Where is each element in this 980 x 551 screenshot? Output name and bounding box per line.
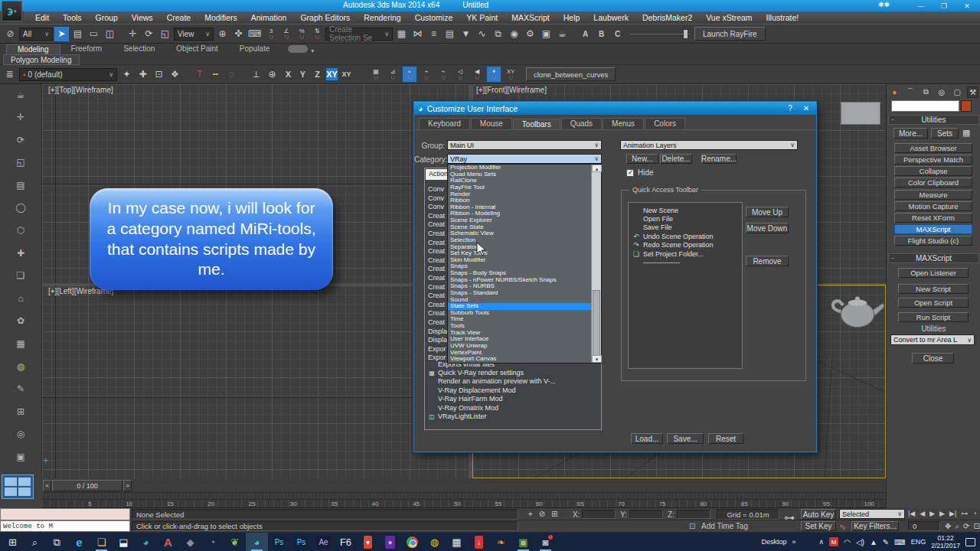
launch-rayfire-button[interactable]: Launch RayFire [694,27,766,41]
polygon-modeling-panel[interactable]: Polygon Modeling [3,54,80,65]
mini-curve-icon[interactable]: ∿ [839,522,846,531]
category-option[interactable]: Snaps - Body Snaps [448,270,591,277]
search-icon[interactable]: ⌕ [24,533,46,551]
close-utility-button[interactable]: Close [912,353,954,364]
face-snap-icon[interactable]: ◁ [452,66,468,83]
spinner-snap-icon[interactable]: ⇅ [309,25,325,42]
menu-item[interactable]: Rendering [357,13,407,22]
utility-button[interactable]: Collapse [894,166,972,176]
isolate-selection-icon[interactable]: ⌖ [528,510,533,519]
category-dropdown[interactable]: VRay [447,154,602,164]
action-row[interactable]: V-Ray Displacement Mod [425,386,601,394]
axis-constraint-button[interactable]: Z [311,67,324,81]
action-row[interactable]: ◫VRayLightLister [425,412,601,420]
group-dropdown[interactable]: Main UI [447,140,602,150]
action-row-partial[interactable]: Conv [425,194,448,204]
menu-item[interactable]: Tools [56,13,89,22]
material-editor-icon[interactable]: ◉ [506,26,522,42]
photoshop-cc-icon[interactable]: Ps [290,533,312,551]
utility-button[interactable]: Measure [894,190,972,200]
utility-button[interactable]: Color Clipboard [894,178,972,187]
schematic-view-icon[interactable]: ⧉ [490,26,506,42]
category-option[interactable]: Set Key Tools [448,250,591,257]
action-row-partial[interactable]: Conv [425,203,448,212]
axis-constraint-button[interactable]: XY [325,67,338,81]
scroll-up-icon[interactable]: ▲ [592,165,602,172]
utility-button[interactable]: Flight Studio (c) [894,236,972,246]
keyboard-override-icon[interactable]: ⌨ [247,26,263,42]
menu-item[interactable]: YK Paint [459,13,505,22]
gdrive-icon[interactable]: ▲ [870,538,877,546]
go-start-icon[interactable]: |◀ [908,510,915,517]
prev-frame-arrow[interactable]: < [43,480,51,491]
move-up-button[interactable]: Move Up [746,207,789,217]
category-option[interactable]: Snaps [448,263,591,270]
disc-tool-icon[interactable]: ◍ [11,358,31,374]
start-button[interactable]: ⊞ [2,533,24,551]
task-view-icon[interactable]: ⧉ [46,533,68,551]
pen-tool-icon[interactable]: ✎ [11,381,31,397]
scroll-thumb[interactable] [593,290,600,356]
camera-app-icon[interactable]: ◙ [534,533,557,551]
action-center-icon[interactable] [965,538,975,546]
category-option[interactable]: Snaps - NURBS [448,283,591,290]
category-option[interactable]: Selection [448,237,591,244]
menu-item[interactable]: Illustrate! [760,13,806,22]
calculator-icon[interactable]: ▦ [446,533,468,551]
category-option[interactable]: Separator [448,244,591,251]
prev-frame-icon[interactable]: ◀ [920,510,925,517]
category-option[interactable]: RayFire Tool [448,184,591,191]
action-row-partial[interactable]: Creat [425,239,448,248]
absolute-relative-icon[interactable]: ⊞ [551,510,557,519]
select-layer-objects-icon[interactable]: ⊡ [151,67,167,83]
action-row[interactable]: ▦Quick V-Ray render settings [425,368,601,377]
move-tool-icon[interactable]: ✛ [11,109,31,126]
key-mode-toggle-icon[interactable]: ⊶ [961,510,968,517]
go-end-icon[interactable]: ▶| [949,510,956,517]
category-option[interactable]: Sound [448,297,591,304]
dropdown-scrollbar[interactable]: ▲ ▼ [591,165,601,363]
category-option[interactable]: Render [448,191,591,198]
action-row[interactable]: Render an animation preview with V-... [425,377,601,386]
timeline-ruler[interactable]: 5101520253035404550556065707580859095100 [42,500,886,508]
maxscript-button[interactable]: Open Listener [898,268,969,278]
object-name-field[interactable] [891,100,959,112]
utilities-rollout-header[interactable]: −Utilities [888,115,979,125]
file-explorer-icon[interactable]: ❏ [90,533,113,551]
viewport-left[interactable] [42,285,469,478]
select-object-icon[interactable]: ➤ [54,26,70,42]
quick-access-item[interactable]: ↶Undo Scene Operation [629,232,742,240]
zoom-icon[interactable]: ⌕ [955,522,959,531]
action-row-partial[interactable]: Creat [425,220,448,230]
hex-tool-icon[interactable]: ⬡ [11,223,31,239]
red-app-icon[interactable]: ▾ [357,533,379,551]
use-pivot-center-icon[interactable]: ⊕ [214,26,230,42]
home-tool-icon[interactable]: ⌂ [11,290,31,306]
menu-item[interactable]: Vue xStream [699,13,759,22]
pivot-snap-icon[interactable]: ✦ [486,66,501,83]
hide-checkbox[interactable] [626,169,634,177]
action-row-partial[interactable]: Creat [425,283,448,292]
render-preset-b-icon[interactable]: B [593,26,609,42]
grid-tool-icon[interactable]: ▦ [11,336,31,352]
action-row-partial[interactable]: Creat [425,274,448,283]
endpoint-snap-icon[interactable]: ⌁ [419,66,434,83]
x-coordinate-field[interactable] [582,510,616,519]
edge-icon[interactable]: e [68,533,90,551]
plus-tool-icon[interactable]: ✚ [11,245,31,261]
ribbon-tab[interactable]: Object Paint [165,44,228,54]
hierarchy-tab-icon[interactable]: ⧉ [920,86,932,98]
dialog-close-button[interactable]: ✕ [800,104,812,112]
render-preset-a-icon[interactable]: A [577,26,593,42]
category-option[interactable]: Skin Modifier [448,257,591,264]
category-option[interactable]: UVW Unwrap [448,343,591,350]
app-menu-button[interactable]: ϶▾ [2,1,22,21]
viewport-label-front[interactable]: [+][Front][Wireframe] [476,86,547,94]
menu-item[interactable]: Customize [408,13,460,22]
display-tab-icon[interactable]: ▢ [952,86,963,98]
action-row-partial[interactable]: Creat [425,265,448,274]
time-config-icon[interactable]: ◔ [972,510,976,517]
more-button[interactable]: More... [893,128,928,139]
edit-named-selections-icon[interactable]: ▦ [394,26,410,42]
dialog-tab[interactable]: Colors [645,118,685,129]
